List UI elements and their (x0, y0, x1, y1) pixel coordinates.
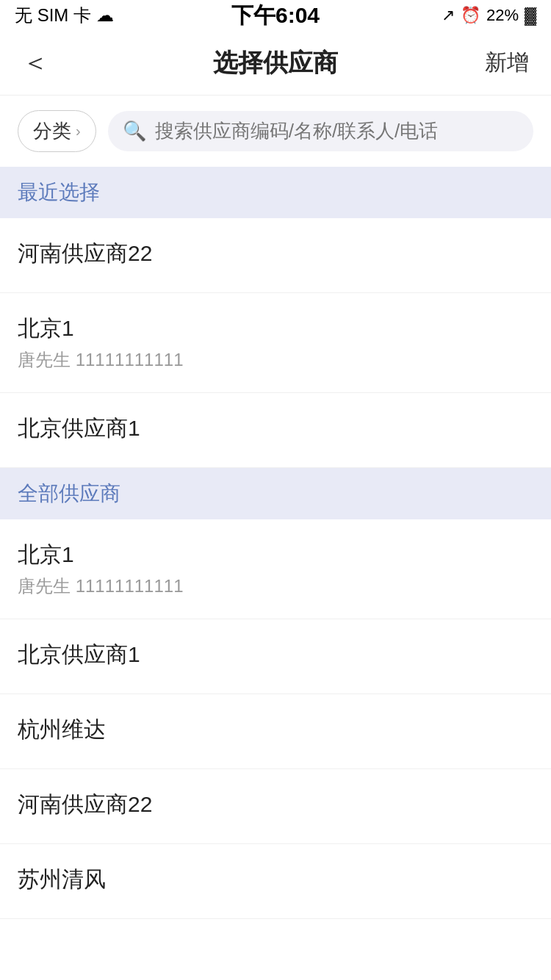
list-item[interactable]: 北京1唐先生 11111111111 (0, 293, 551, 393)
all-section-header: 全部供应商 (0, 468, 551, 519)
list-item[interactable]: 苏州清风 (0, 844, 551, 919)
alarm-icon: ⏰ (461, 6, 480, 25)
search-box[interactable]: 🔍 (108, 111, 533, 151)
item-name: 河南供应商22 (18, 790, 533, 820)
list-item[interactable]: 河南供应商22 (0, 769, 551, 844)
item-name: 北京供应商1 (18, 414, 533, 444)
item-name: 苏州清风 (18, 865, 533, 895)
status-bar: 无 SIM 卡 ☁ 下午6:04 ↗ ⏰ 22% ▓ (0, 0, 551, 31)
status-right: ↗ ⏰ 22% ▓ (442, 6, 536, 25)
list-item[interactable]: 河南供应商22 (0, 218, 551, 293)
nav-bar: ＜ 选择供应商 新增 (0, 31, 551, 96)
category-label: 分类 (33, 118, 71, 144)
battery-text: 22% (486, 6, 519, 25)
list-item[interactable]: 北京供应商1 (0, 393, 551, 468)
item-sub: 唐先生 11111111111 (18, 574, 533, 598)
item-name: 北京1 (18, 314, 533, 344)
search-icon: 🔍 (123, 120, 146, 143)
recent-list: 河南供应商22北京1唐先生 11111111111北京供应商1 (0, 218, 551, 468)
recent-section-header: 最近选择 (0, 167, 551, 218)
chevron-right-icon: › (76, 123, 81, 140)
list-item[interactable]: 杭州维达 (0, 694, 551, 769)
no-sim-text: 无 SIM 卡 ☁ (15, 4, 114, 27)
page-title: 选择供应商 (213, 46, 338, 80)
search-input[interactable] (155, 120, 519, 143)
filter-row: 分类 › 🔍 (0, 96, 551, 167)
location-icon: ↗ (442, 6, 455, 25)
item-name: 北京供应商1 (18, 640, 533, 670)
list-item[interactable]: 北京1唐先生 11111111111 (0, 519, 551, 619)
add-button[interactable]: 新增 (485, 48, 529, 78)
list-item[interactable]: 北京供应商1 (0, 619, 551, 694)
item-name: 河南供应商22 (18, 239, 533, 269)
battery-icon: ▓ (525, 6, 536, 25)
item-sub: 唐先生 11111111111 (18, 348, 533, 372)
category-button[interactable]: 分类 › (18, 110, 96, 152)
item-name: 北京1 (18, 540, 533, 570)
back-button[interactable]: ＜ (22, 45, 66, 81)
status-left: 无 SIM 卡 ☁ (15, 4, 114, 27)
status-time: 下午6:04 (231, 1, 320, 31)
item-name: 杭州维达 (18, 715, 533, 745)
all-list: 北京1唐先生 11111111111北京供应商1杭州维达河南供应商22苏州清风 (0, 519, 551, 919)
